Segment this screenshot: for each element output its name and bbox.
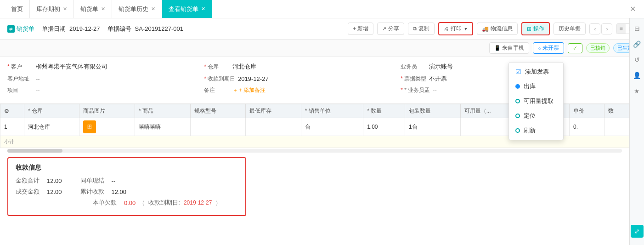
operate-button[interactable]: ⊞ 操作 — [521, 22, 550, 35]
tab-home[interactable]: 首页 — [5, 0, 30, 18]
available-qty-item[interactable]: 可用量提取 — [509, 94, 563, 108]
sidebar-rotate-icon[interactable]: ↺ — [631, 53, 644, 66]
transaction-field: 成交金额 12.00 — [16, 188, 62, 196]
row-pack-qty: 1台 — [405, 118, 461, 136]
col-pack-qty: 包装数量 — [405, 104, 461, 118]
total-amount-field: 金额合计 12.00 — [16, 177, 62, 185]
phone-icon: 📱 — [494, 45, 501, 51]
col-unit: * 销售单位 — [301, 104, 363, 118]
col-price: 单价 — [570, 104, 604, 118]
product-image: 图 — [83, 120, 96, 133]
sidebar-link-icon[interactable]: 🔗 — [631, 38, 644, 51]
doc-header: ⇄ 销货单 单据日期 2019-12-27 单据编号 SA-20191227-0… — [0, 18, 644, 40]
print-button[interactable]: 🖨 打印 ▼ — [438, 22, 473, 35]
logistics-button[interactable]: 🚚 物流信息 — [477, 23, 518, 35]
operate-dropdown: ☑ 添加发票 出库 可用量提取 定位 刷新 — [508, 62, 564, 140]
plus-icon: ＋ — [232, 86, 238, 94]
print-icon: 🖨 — [444, 26, 449, 32]
row-product-name: 嘻嘻嘻嘻 — [135, 118, 191, 136]
from-phone-button[interactable]: 📱 来自手机 — [489, 42, 529, 54]
col-warehouse: * 仓库 — [24, 104, 79, 118]
row-amount — [604, 118, 629, 136]
prev-arrow[interactable]: ‹ — [589, 23, 600, 34]
sidebar-user-icon[interactable]: 👤 — [631, 69, 644, 82]
doc-type-badge: ⇄ 销货单 — [7, 25, 34, 33]
history-button[interactable]: 历史单据 — [554, 23, 586, 35]
col-min-stock: 最低库存 — [246, 104, 301, 118]
share-button[interactable]: ↗ 分享 — [377, 23, 404, 35]
tab-sales-order[interactable]: 销货单 ✕ — [74, 0, 112, 18]
truck-icon: 🚚 — [482, 26, 489, 32]
payment-row-3: 本单欠款 0.00 （ 收款到期日: 2019-12-27 ） — [16, 199, 238, 207]
toolbar-row: 📱 来自手机 ○ 未开票 ✓ 已核销 已生效 — [0, 40, 644, 57]
tab-inventory-init-close[interactable]: ✕ — [63, 6, 67, 12]
tab-check-sales[interactable]: 查看销货单 ✕ — [162, 0, 212, 18]
copy-icon: ⧉ — [413, 26, 417, 32]
horizontal-scrollbar[interactable] — [7, 149, 622, 153]
col-settings[interactable]: ⚙ — [0, 104, 24, 118]
project-field: 项目 -- — [7, 86, 204, 94]
confirmed-badge: 已核销 — [586, 43, 610, 53]
checkbox-icon: ☑ — [515, 68, 521, 75]
window-close-button[interactable]: ✕ — [626, 5, 639, 13]
address-field: 客户地址 -- — [7, 75, 204, 83]
settlement-field: 同单现结 -- — [80, 177, 116, 185]
check-icon: ✓ — [573, 45, 577, 51]
refresh-item[interactable]: 刷新 — [509, 123, 563, 138]
checkbox-icon-btn[interactable]: ✓ — [568, 43, 582, 53]
outbound-item[interactable]: 出库 — [509, 79, 563, 94]
list-view-btn[interactable]: ≡ — [616, 24, 626, 34]
balance-field: 本单欠款 0.00 （ 收款到期日: 2019-12-27 ） — [93, 199, 221, 207]
row-min-stock — [246, 118, 301, 136]
payment-date-field: * 收款到期日 2019-12-27 — [204, 75, 401, 83]
invoice-icon: ○ — [538, 46, 541, 51]
copy-button[interactable]: ⧉ 复制 — [408, 23, 435, 35]
locate-icon — [515, 113, 520, 120]
col-product-name: * 商品 — [135, 104, 191, 118]
main-container: ⇄ 销货单 单据日期 2019-12-27 单据编号 SA-20191227-0… — [0, 18, 644, 245]
nav-arrows: ‹ › — [589, 23, 612, 34]
right-sidebar: ⊟ 🔗 ↺ 👤 ★ ⤢ — [629, 18, 644, 245]
print-arrow-icon: ▼ — [463, 27, 468, 31]
note-field: 备注 ＋ + 添加备注 — [204, 86, 401, 94]
sidebar-star-icon[interactable]: ★ — [631, 85, 644, 97]
tab-bar: 首页 库存期初 ✕ 销货单 ✕ 销货单历史 ✕ 查看销货单 ✕ ✕ — [0, 0, 644, 18]
col-amount: 数 — [604, 104, 629, 118]
new-button[interactable]: + 新增 — [348, 23, 373, 35]
sidebar-expand-icon[interactable]: ⤢ — [631, 225, 644, 238]
scroll-thumb[interactable] — [7, 149, 62, 153]
payment-title: 收款信息 — [16, 164, 238, 172]
row-warehouse: 河北仓库 — [24, 118, 79, 136]
doc-actions: + 新增 ↗ 分享 ⧉ 复制 🖨 打印 ▼ 🚚 物流信息 — [348, 22, 637, 35]
row-index: 1 — [0, 118, 24, 136]
locate-item[interactable]: 定位 — [509, 108, 563, 123]
sidebar-table-icon[interactable]: ⊟ — [631, 22, 644, 35]
col-spec: 规格型号 — [190, 104, 246, 118]
customer-field: * 客户 柳州粤港平安气体有限公司 — [7, 63, 204, 71]
col-product-img: 商品图片 — [79, 104, 135, 118]
warehouse-field: * 仓库 河北仓库 — [204, 63, 401, 71]
row-product-img: 图 — [79, 118, 135, 136]
tab-check-sales-close[interactable]: ✕ — [201, 6, 205, 12]
grid-icon: ⊞ — [527, 26, 531, 32]
sales-order-icon: ⇄ — [7, 25, 15, 33]
add-note-button[interactable]: ＋ + 添加备注 — [232, 86, 266, 94]
doc-date-field: 单据日期 2019-12-27 — [42, 25, 100, 33]
not-open-button[interactable]: ○ 未开票 — [533, 42, 564, 54]
tab-sales-history[interactable]: 销货单历史 ✕ — [112, 0, 162, 18]
payment-row-2: 成交金额 12.00 累计收款 12.00 — [16, 188, 238, 196]
refresh-icon — [515, 127, 520, 134]
payment-section: 收款信息 金额合计 12.00 同单现结 -- 成交金额 12.00 累计收款 — [7, 157, 246, 216]
next-arrow[interactable]: › — [601, 23, 612, 34]
row-unit: 台 — [301, 118, 363, 136]
row-price: 0. — [570, 118, 604, 136]
payment-row-1: 金额合计 12.00 同单现结 -- — [16, 177, 238, 185]
col-quantity: * 数量 — [363, 104, 405, 118]
add-invoice-item[interactable]: ☑ 添加发票 — [509, 64, 563, 79]
row-quantity: 1.00 — [363, 118, 405, 136]
doc-number-field: 单据编号 SA-20191227-001 — [107, 25, 184, 33]
tab-sales-order-close[interactable]: ✕ — [101, 6, 105, 12]
tab-sales-history-close[interactable]: ✕ — [151, 6, 155, 12]
tab-inventory-init[interactable]: 库存期初 ✕ — [30, 0, 74, 18]
row-spec — [190, 118, 246, 136]
